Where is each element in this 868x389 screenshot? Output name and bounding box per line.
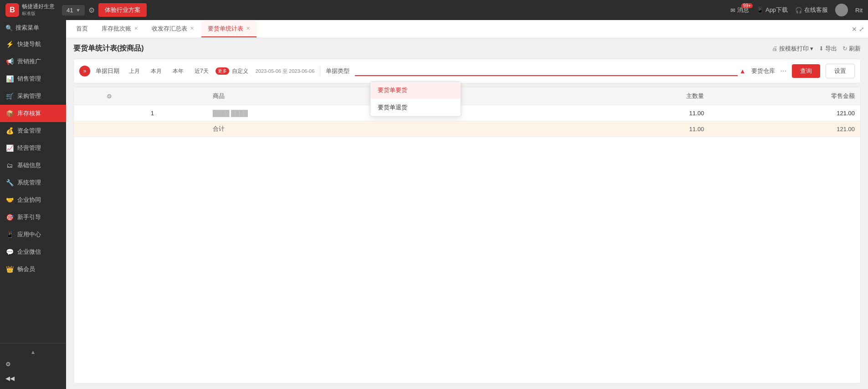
sidebar-icon-qiye: 🤝 xyxy=(5,196,14,204)
filter-expand-button[interactable]: » xyxy=(79,66,90,77)
tab-shoufasong[interactable]: 收发存汇总表 ✕ xyxy=(145,21,200,37)
footer-no-cell xyxy=(145,121,207,137)
user-name: Rit xyxy=(855,7,863,14)
top-bar-right: ✉ 消息 99+ 📱 App下载 🎧 在线客服 Rit xyxy=(730,4,863,16)
tab-kucun-pizhang-close[interactable]: ✕ xyxy=(134,26,138,31)
collapse-icon: ◀◀ xyxy=(5,375,15,382)
sidebar-label-caigou: 采购管理 xyxy=(17,92,41,100)
sidebar-item-zijin[interactable]: 💰 资金管理 xyxy=(0,122,66,139)
settings-button[interactable]: 设置 xyxy=(826,64,855,78)
page-actions: 🖨 按模板打印 ▾ ⬇ 导出 ↻ 刷新 xyxy=(772,45,861,53)
tab-close-all-icon[interactable]: ✕ xyxy=(852,26,857,33)
top-bar-mid: 41 ▼ ⚙ 体验行业方案 xyxy=(62,3,730,17)
sidebar-item-caigou[interactable]: 🛒 采购管理 xyxy=(0,87,66,105)
tab-yaohuo-tongji[interactable]: 要货单统计表 ✕ xyxy=(201,21,257,37)
sidebar-item-yingyong[interactable]: 📱 应用中心 xyxy=(0,226,66,243)
sidebar-settings-button[interactable]: ⚙ xyxy=(0,357,66,371)
date-custom-btn[interactable]: 自定义 xyxy=(232,67,248,75)
content-area: 首页 库存批次账 ✕ 收发存汇总表 ✕ 要货单统计表 ✕ ✕ ⤢ 要 xyxy=(66,20,868,389)
data-table-wrap: ⚙ 商品 主计量单位 主数量 零售金额 1 xyxy=(73,87,861,384)
sidebar-item-xitong[interactable]: 🔧 系统管理 xyxy=(0,174,66,191)
logo-sub: 标准版 xyxy=(22,10,55,17)
sidebar-icon-xinshou: 🎯 xyxy=(5,214,14,221)
logo-icon: B xyxy=(5,3,19,17)
sidebar-item-jingying[interactable]: 📈 经营管理 xyxy=(0,139,66,157)
date-btn-7days[interactable]: 近7天 xyxy=(190,66,213,77)
col-header-qty: 主数量 xyxy=(585,87,709,105)
sidebar-item-jichu[interactable]: 🗂 基础信息 xyxy=(0,157,66,174)
cell-settings xyxy=(74,105,145,121)
warehouse-dots-icon[interactable]: ··· xyxy=(781,67,786,75)
sidebar-item-weixin[interactable]: 💬 企业微信 xyxy=(0,243,66,261)
sidebar-item-qiye[interactable]: 🤝 企业协同 xyxy=(0,191,66,209)
print-button[interactable]: 🖨 按模板打印 ▾ xyxy=(772,45,813,53)
tab-yaohuo-tongji-close[interactable]: ✕ xyxy=(246,26,250,31)
sidebar-label-yingxiao: 营销推广 xyxy=(17,57,41,66)
print-icon: 🖨 xyxy=(772,45,778,52)
message-button[interactable]: ✉ 消息 99+ xyxy=(730,6,749,14)
tab-home[interactable]: 首页 xyxy=(70,21,94,37)
sidebar-label-kuaijie: 快捷导航 xyxy=(17,40,41,48)
data-table: ⚙ 商品 主计量单位 主数量 零售金额 1 xyxy=(74,87,860,137)
sidebar-collapse-button[interactable]: ◀◀ xyxy=(0,371,66,385)
app-icon: 📱 xyxy=(756,7,764,14)
sidebar-icon-kucun: 📦 xyxy=(5,110,14,117)
sidebar-icon-huiyuan: 👑 xyxy=(5,266,14,273)
sidebar-item-huiyuan[interactable]: 👑 畅会员 xyxy=(0,261,66,278)
dropdown-item-yaohuo-tui[interactable]: 要货单退货 xyxy=(370,99,461,116)
refresh-icon: ↻ xyxy=(842,45,847,52)
date-more-badge[interactable]: 更多 xyxy=(216,67,229,75)
date-btn-this-month[interactable]: 本月 xyxy=(147,66,166,77)
sidebar-label-kucun: 库存核算 xyxy=(17,109,41,118)
type-dropdown: 要货单要货 要货单退货 xyxy=(370,81,461,117)
sidebar-item-xiaoshou[interactable]: 📊 销售管理 xyxy=(0,70,66,87)
sidebar-search[interactable]: 🔍 搜索菜单 xyxy=(0,20,66,36)
tab-shoufasong-label: 收发存汇总表 xyxy=(152,25,187,33)
store-selector[interactable]: 41 ▼ xyxy=(62,5,85,15)
sidebar-item-xinshou[interactable]: 🎯 新手引导 xyxy=(0,209,66,226)
query-button[interactable]: 查询 xyxy=(792,64,820,78)
col-header-settings[interactable]: ⚙ xyxy=(74,87,145,105)
user-avatar[interactable] xyxy=(835,4,848,16)
tab-expand-icon[interactable]: ⤢ xyxy=(859,26,864,33)
table-row: 1 ████ ████ 块 11.00 121.00 xyxy=(74,105,860,121)
sidebar-icon-zijin: 💰 xyxy=(5,127,14,134)
sidebar-scroll-up[interactable]: ▲ xyxy=(0,347,66,357)
top-bar: B 畅捷通好生意 标准版 41 ▼ ⚙ 体验行业方案 ✉ 消息 99+ 📱 Ap… xyxy=(0,0,868,20)
sidebar-item-yingxiao[interactable]: 📢 营销推广 xyxy=(0,53,66,70)
cell-no: 1 xyxy=(145,105,207,121)
export-button[interactable]: ⬇ 导出 xyxy=(819,45,837,53)
sidebar-icon-xitong: 🔧 xyxy=(5,179,14,186)
sidebar-icon-yingyong: 📱 xyxy=(5,231,14,238)
sidebar-label-weixin: 企业微信 xyxy=(17,248,41,256)
sidebar-item-kuaijie[interactable]: ⚡ 快捷导航 xyxy=(0,36,66,53)
tab-home-label: 首页 xyxy=(76,25,88,33)
sidebar-icon-weixin: 💬 xyxy=(5,248,14,256)
date-options-group: 上月 本月 本年 近7天 更多 自定义 xyxy=(125,66,248,77)
cell-amount: 121.00 xyxy=(709,105,860,121)
type-select-arrow[interactable]: ▲ xyxy=(740,67,746,75)
date-btn-last-month[interactable]: 上月 xyxy=(125,66,144,77)
type-select-wrap: ▲ xyxy=(355,67,745,76)
tab-kucun-pizhang[interactable]: 库存批次账 ✕ xyxy=(95,21,144,37)
filter-bar: » 单据日期 上月 本月 本年 近7天 更多 自定义 2023-05-06 至 … xyxy=(73,59,861,83)
app-download-button[interactable]: 📱 App下载 xyxy=(756,6,788,14)
gear-icon[interactable]: ⚙ xyxy=(88,6,95,15)
sidebar: 🔍 搜索菜单 ⚡ 快捷导航 📢 营销推广 📊 销售管理 🛒 采购管理 📦 库存核… xyxy=(0,20,66,389)
export-icon: ⬇ xyxy=(819,45,824,52)
date-btn-this-year[interactable]: 本年 xyxy=(169,66,188,77)
chevron-down-icon: ▼ xyxy=(76,8,80,13)
sidebar-item-kucun[interactable]: 📦 库存核算 xyxy=(0,105,66,122)
refresh-button[interactable]: ↻ 刷新 xyxy=(842,45,861,53)
trial-button[interactable]: 体验行业方案 xyxy=(98,3,147,17)
tab-shoufasong-close[interactable]: ✕ xyxy=(190,26,194,31)
sidebar-label-zijin: 资金管理 xyxy=(17,127,41,135)
cell-qty: 11.00 xyxy=(585,105,709,121)
filter-separator xyxy=(320,67,320,76)
type-select-input[interactable] xyxy=(355,67,737,76)
sidebar-icon-xiaoshou: 📊 xyxy=(5,75,14,82)
dropdown-item-yaohuo-dan[interactable]: 要货单要货 xyxy=(370,82,461,99)
service-button[interactable]: 🎧 在线客服 xyxy=(795,6,828,14)
footer-amount-cell: 121.00 xyxy=(709,121,860,137)
table-settings-icon[interactable]: ⚙ xyxy=(107,93,112,100)
